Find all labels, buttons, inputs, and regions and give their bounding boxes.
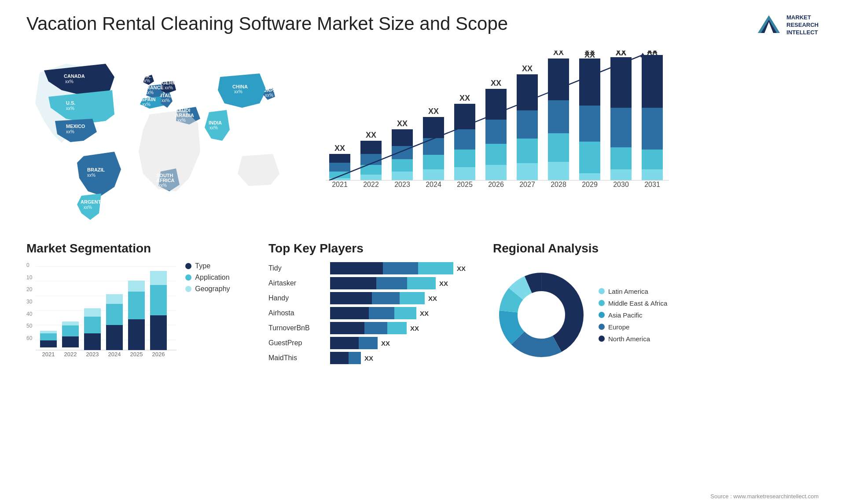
svg-rect-47 [548, 133, 569, 162]
reg-legend-latin-america: Latin America [599, 288, 667, 295]
svg-rect-66 [610, 57, 632, 108]
map-label-japan: JAPAN [264, 88, 280, 93]
svg-text:2022: 2022 [363, 181, 379, 188]
svg-rect-93 [84, 333, 101, 350]
map-pct-japan: xx% [265, 93, 273, 98]
bar-2022: XX 2022 [360, 131, 382, 188]
svg-text:XX: XX [334, 144, 345, 153]
player-name-tidy: Tidy [268, 264, 326, 272]
player-row-airhosta: Airhosta XX [268, 307, 480, 319]
segmentation-section: Market Segmentation 60 50 40 30 20 10 0 [26, 241, 255, 364]
svg-rect-101 [128, 319, 145, 350]
svg-text:2024: 2024 [426, 181, 441, 188]
player-row-maidthis: MaidThis XX [268, 352, 480, 364]
svg-rect-22 [423, 138, 444, 155]
svg-rect-64 [579, 142, 600, 173]
bar-2027: XX 2027 [517, 64, 538, 188]
svg-rect-23 [423, 155, 444, 169]
map-pct-saudi: xx% [177, 118, 186, 123]
svg-rect-12 [360, 175, 382, 180]
map-label-us: U.S. [66, 100, 75, 106]
player-bar-airtasker: XX [330, 277, 480, 289]
svg-text:2028: 2028 [551, 181, 566, 188]
svg-rect-63 [579, 106, 600, 142]
player-row-handy: Handy XX [268, 292, 480, 304]
world-map-svg: CANADA xx% U.S. xx% MEXICO xx% BRAZIL xx… [26, 46, 299, 231]
page-container: Vacation Rental Cleaning Software Market… [0, 0, 845, 504]
map-label-france: FRANCE [143, 85, 164, 90]
donut-container: Latin America Middle East & Africa Asia … [493, 267, 819, 363]
svg-text:XX: XX [616, 51, 626, 57]
svg-text:2026: 2026 [488, 181, 504, 188]
player-name-airhosta: Airhosta [268, 309, 326, 317]
svg-text:2027: 2027 [519, 181, 535, 188]
svg-text:2029: 2029 [582, 181, 598, 188]
svg-text:2023: 2023 [394, 181, 410, 188]
map-label-china: CHINA [232, 84, 248, 89]
map-pct-canada: xx% [65, 79, 73, 84]
map-pct-india: xx% [209, 125, 218, 130]
map-pct-france: xx% [145, 90, 154, 95]
map-pct-spain: xx% [142, 102, 151, 107]
regional-section: Regional Analysis [493, 241, 819, 364]
bar-2025: XX 2025 [454, 94, 475, 188]
map-pct-argentina: xx% [84, 205, 92, 210]
header: Vacation Rental Cleaning Software Market… [26, 13, 819, 37]
svg-rect-24 [423, 169, 444, 180]
source-text: Source : www.marketresearchintellect.com [710, 493, 819, 500]
svg-text:XX: XX [647, 51, 658, 55]
reg-legend-apac-label: Asia Pacific [608, 311, 643, 319]
svg-rect-97 [106, 325, 123, 350]
svg-text:XX: XX [584, 51, 595, 59]
svg-rect-36 [485, 165, 507, 180]
svg-rect-35 [485, 144, 507, 165]
player-bar-guestprep: XX [330, 337, 480, 349]
svg-rect-45 [548, 58, 569, 100]
player-bar-maidthis: XX [330, 352, 480, 364]
svg-text:2025: 2025 [130, 351, 143, 358]
svg-rect-91 [62, 321, 79, 325]
map-pct-us: xx% [66, 106, 74, 111]
svg-rect-103 [128, 281, 145, 292]
bottom-grid: Market Segmentation 60 50 40 30 20 10 0 [26, 241, 819, 364]
svg-rect-69 [610, 169, 632, 180]
svg-rect-105 [150, 315, 167, 350]
player-name-handy: Handy [268, 294, 326, 302]
svg-rect-89 [62, 336, 79, 347]
legend-application: Application [185, 274, 230, 281]
legend-type-dot [185, 263, 191, 269]
donut-chart-svg [493, 267, 590, 363]
bar-2024: XX 2024 [423, 107, 444, 188]
map-pct-mexico: xx% [66, 129, 74, 134]
svg-rect-94 [84, 317, 101, 333]
bar-chart-wrapper: XX 2021 XX 2022 [326, 51, 810, 226]
map-label-india: INDIA [209, 120, 222, 125]
player-name-airtasker: Airtasker [268, 279, 326, 287]
svg-rect-27 [454, 104, 475, 129]
page-title: Vacation Rental Cleaning Software Market… [26, 13, 508, 34]
svg-rect-70 [642, 55, 663, 108]
players-list: Tidy XX Airtasker [268, 262, 480, 364]
svg-marker-1 [758, 15, 780, 33]
players-title: Top Key Players [268, 241, 480, 256]
svg-rect-21 [423, 117, 444, 138]
player-bar-airhosta: XX [330, 307, 480, 319]
reg-legend-mea-label: Middle East & Africa [608, 299, 667, 307]
svg-text:2021: 2021 [42, 351, 55, 358]
svg-rect-18 [392, 172, 413, 180]
reg-legend-apac-dot [599, 312, 605, 318]
player-bar-turnoverbnb: XX [330, 322, 480, 334]
players-section: Top Key Players Tidy XX [268, 241, 480, 364]
svg-text:XX: XX [366, 131, 376, 139]
player-bar-tidy: XX [330, 262, 480, 274]
svg-rect-90 [62, 325, 79, 336]
svg-text:XX: XX [397, 119, 408, 128]
svg-rect-106 [150, 285, 167, 315]
map-pct-uk: xx% [142, 78, 150, 83]
svg-rect-4 [329, 163, 350, 172]
svg-rect-68 [610, 147, 632, 169]
reg-legend-mea: Middle East & Africa [599, 299, 667, 307]
svg-rect-99 [106, 294, 123, 304]
world-map-section: CANADA xx% U.S. xx% MEXICO xx% BRAZIL xx… [26, 46, 299, 233]
svg-rect-42 [517, 163, 538, 180]
